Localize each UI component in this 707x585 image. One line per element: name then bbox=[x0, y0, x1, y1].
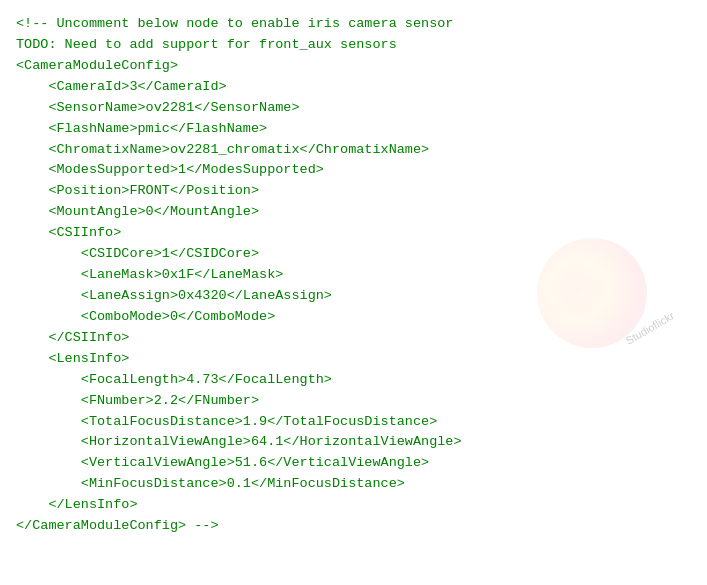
code-text: <TotalFocusDistance>1.9</TotalFocusDista… bbox=[16, 412, 437, 433]
code-text: <FocalLength>4.73</FocalLength> bbox=[16, 370, 332, 391]
code-text: <LensInfo> bbox=[16, 349, 129, 370]
code-line: </LensInfo> bbox=[16, 495, 691, 516]
code-text: TODO: Need to add support for front_aux … bbox=[16, 35, 397, 56]
code-line: <LaneAssign>0x4320</LaneAssign> bbox=[16, 286, 691, 307]
code-line: <FNumber>2.2</FNumber> bbox=[16, 391, 691, 412]
code-line: <Position>FRONT</Position> bbox=[16, 181, 691, 202]
code-line: <MountAngle>0</MountAngle> bbox=[16, 202, 691, 223]
code-text: <LaneAssign>0x4320</LaneAssign> bbox=[16, 286, 332, 307]
code-line: </CSIInfo> bbox=[16, 328, 691, 349]
code-line: <FlashName>pmic</FlashName> bbox=[16, 119, 691, 140]
code-line: <CSIInfo> bbox=[16, 223, 691, 244]
code-text: <ModesSupported>1</ModesSupported> bbox=[16, 160, 324, 181]
code-text: <CSIDCore>1</CSIDCore> bbox=[16, 244, 259, 265]
code-line: <ComboMode>0</ComboMode> bbox=[16, 307, 691, 328]
code-viewer: Studioflickr <!-- Uncomment below node t… bbox=[0, 0, 707, 585]
code-line: <ModesSupported>1</ModesSupported> bbox=[16, 160, 691, 181]
code-text: <LaneMask>0x1F</LaneMask> bbox=[16, 265, 283, 286]
code-text: <ChromatixName>ov2281_chromatix</Chromat… bbox=[16, 140, 429, 161]
code-line: <SensorName>ov2281</SensorName> bbox=[16, 98, 691, 119]
code-line: <VerticalViewAngle>51.6</VerticalViewAng… bbox=[16, 453, 691, 474]
code-text: <SensorName>ov2281</SensorName> bbox=[16, 98, 300, 119]
code-line: <ChromatixName>ov2281_chromatix</Chromat… bbox=[16, 140, 691, 161]
code-text: </CSIInfo> bbox=[16, 328, 129, 349]
code-text: <MinFocusDistance>0.1</MinFocusDistance> bbox=[16, 474, 405, 495]
code-line: TODO: Need to add support for front_aux … bbox=[16, 35, 691, 56]
code-line: <FocalLength>4.73</FocalLength> bbox=[16, 370, 691, 391]
code-line: <TotalFocusDistance>1.9</TotalFocusDista… bbox=[16, 412, 691, 433]
code-line: </CameraModuleConfig> --> bbox=[16, 516, 691, 537]
code-line: <!-- Uncomment below node to enable iris… bbox=[16, 14, 691, 35]
code-line: <LensInfo> bbox=[16, 349, 691, 370]
code-line: <CameraId>3</CameraId> bbox=[16, 77, 691, 98]
code-text: <FlashName>pmic</FlashName> bbox=[16, 119, 267, 140]
code-text: <ComboMode>0</ComboMode> bbox=[16, 307, 275, 328]
code-text: <VerticalViewAngle>51.6</VerticalViewAng… bbox=[16, 453, 429, 474]
code-line: <CameraModuleConfig> bbox=[16, 56, 691, 77]
code-line: <HorizontalViewAngle>64.1</HorizontalVie… bbox=[16, 432, 691, 453]
code-text: </LensInfo> bbox=[16, 495, 138, 516]
code-line: <MinFocusDistance>0.1</MinFocusDistance> bbox=[16, 474, 691, 495]
code-line: <CSIDCore>1</CSIDCore> bbox=[16, 244, 691, 265]
code-text: <Position>FRONT</Position> bbox=[16, 181, 259, 202]
code-block: <!-- Uncomment below node to enable iris… bbox=[16, 14, 691, 537]
code-text: <CameraId>3</CameraId> bbox=[16, 77, 227, 98]
code-text: <!-- Uncomment below node to enable iris… bbox=[16, 14, 453, 35]
code-text: </CameraModuleConfig> --> bbox=[16, 516, 219, 537]
code-text: <MountAngle>0</MountAngle> bbox=[16, 202, 259, 223]
code-text: <HorizontalViewAngle>64.1</HorizontalVie… bbox=[16, 432, 462, 453]
code-text: <FNumber>2.2</FNumber> bbox=[16, 391, 259, 412]
code-text: <CSIInfo> bbox=[16, 223, 121, 244]
code-text: <CameraModuleConfig> bbox=[16, 56, 178, 77]
code-line: <LaneMask>0x1F</LaneMask> bbox=[16, 265, 691, 286]
